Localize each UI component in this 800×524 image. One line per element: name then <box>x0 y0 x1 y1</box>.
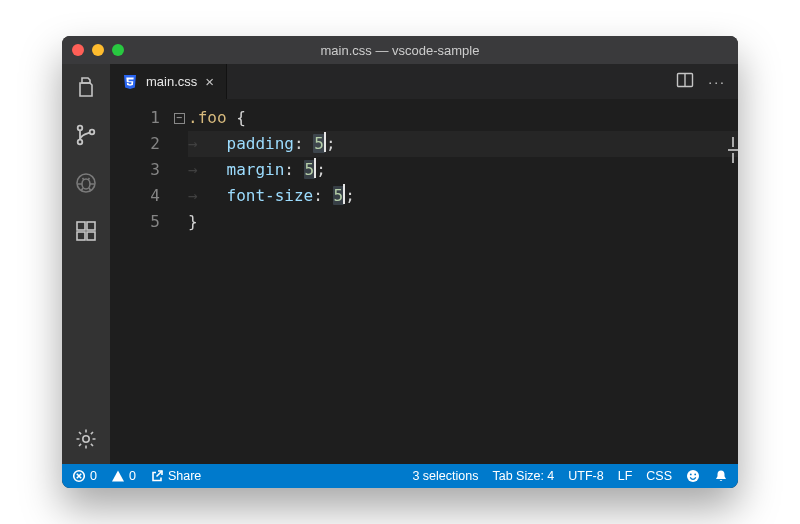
titlebar: main.css — vscode-sample <box>62 36 738 64</box>
zoom-window-button[interactable] <box>112 44 124 56</box>
traffic-lights <box>72 44 124 56</box>
workbench: main.css × ··· 1 2 3 4 5 <box>62 64 738 464</box>
code-editor[interactable]: 1 2 3 4 5 − .foo { → padding: 5; → margi… <box>110 99 738 464</box>
code-line: → margin: 5; <box>188 157 738 183</box>
close-window-button[interactable] <box>72 44 84 56</box>
code-content[interactable]: .foo { → padding: 5; → margin: 5; → font… <box>188 105 738 464</box>
status-tabsize[interactable]: Tab Size: 4 <box>492 469 554 483</box>
svg-point-15 <box>694 474 696 476</box>
code-line: .foo { <box>188 105 738 131</box>
status-feedback-icon[interactable] <box>686 469 700 483</box>
explorer-icon[interactable] <box>73 74 99 100</box>
code-line: → font-size: 5; <box>188 183 738 209</box>
svg-point-9 <box>83 436 89 442</box>
activity-bar <box>62 64 110 464</box>
status-encoding[interactable]: UTF-8 <box>568 469 603 483</box>
more-actions-icon[interactable]: ··· <box>708 74 726 90</box>
share-icon <box>150 469 164 483</box>
status-share[interactable]: Share <box>150 469 201 483</box>
svg-point-2 <box>90 130 95 135</box>
status-errors[interactable]: 0 <box>72 469 97 483</box>
debug-icon[interactable] <box>73 170 99 196</box>
status-bar: 0 0 Share 3 selections Tab Size: 4 UTF-8… <box>62 464 738 488</box>
status-eol[interactable]: LF <box>618 469 633 483</box>
tab-close-icon[interactable]: × <box>205 74 214 89</box>
settings-gear-icon[interactable] <box>73 426 99 452</box>
multi-cursor-indicator <box>728 137 738 163</box>
status-share-label: Share <box>168 469 201 483</box>
status-bell-icon[interactable] <box>714 469 728 483</box>
css-file-icon <box>122 74 138 90</box>
status-language[interactable]: CSS <box>646 469 672 483</box>
status-selections[interactable]: 3 selections <box>412 469 478 483</box>
svg-rect-7 <box>87 232 95 240</box>
fold-toggle-icon[interactable]: − <box>174 113 185 124</box>
status-warnings[interactable]: 0 <box>111 469 136 483</box>
code-line: → padding: 5; <box>188 131 738 157</box>
split-editor-icon[interactable] <box>676 71 694 93</box>
source-control-icon[interactable] <box>73 122 99 148</box>
minimize-window-button[interactable] <box>92 44 104 56</box>
line-number: 4 <box>110 183 160 209</box>
line-number: 3 <box>110 157 160 183</box>
svg-rect-6 <box>77 232 85 240</box>
line-number-gutter: 1 2 3 4 5 <box>110 105 170 464</box>
fold-gutter: − <box>170 105 188 464</box>
svg-rect-5 <box>77 222 85 230</box>
error-icon <box>72 469 86 483</box>
line-number: 2 <box>110 131 160 157</box>
status-errors-count: 0 <box>90 469 97 483</box>
tab-actions: ··· <box>664 64 738 99</box>
window-title: main.css — vscode-sample <box>321 43 480 58</box>
svg-point-4 <box>82 179 90 189</box>
warning-icon <box>111 469 125 483</box>
svg-point-1 <box>78 140 83 145</box>
svg-rect-8 <box>87 222 95 230</box>
tab-main-css[interactable]: main.css × <box>110 64 227 99</box>
svg-point-13 <box>687 470 699 482</box>
tab-filename: main.css <box>146 74 197 89</box>
editor-group: main.css × ··· 1 2 3 4 5 <box>110 64 738 464</box>
vscode-window: main.css — vscode-sample <box>62 36 738 488</box>
tab-bar: main.css × ··· <box>110 64 738 99</box>
extensions-icon[interactable] <box>73 218 99 244</box>
status-warnings-count: 0 <box>129 469 136 483</box>
svg-point-14 <box>690 474 692 476</box>
line-number: 1 <box>110 105 160 131</box>
svg-point-0 <box>78 126 83 131</box>
code-line: } <box>188 209 738 235</box>
line-number: 5 <box>110 209 160 235</box>
